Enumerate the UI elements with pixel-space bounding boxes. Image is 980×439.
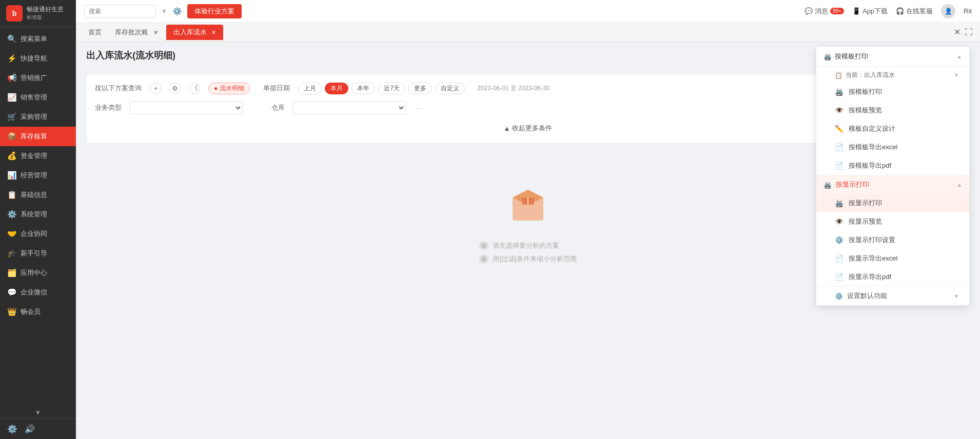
dropdown-header-arrow-up[interactable]: ▲ [957, 54, 962, 59]
online-service-label: 在线客服 [906, 7, 933, 16]
sidebar-item-guide[interactable]: 🎓 新手引导 [0, 244, 76, 263]
current-icon: 📋 [835, 72, 842, 79]
sidebar-item-vip[interactable]: 👑 畅会员 [0, 302, 76, 322]
dropdown-current-label: 当前：出入库流水 [846, 71, 954, 79]
nav-label-basic: 基础信息 [21, 190, 47, 199]
nav-label-search: 搜索菜单 [21, 34, 47, 44]
sidebar-item-basic[interactable]: 📋 基础信息 [0, 185, 76, 205]
display-section-arrow-up[interactable]: ▲ [957, 182, 962, 188]
sidebar-item-sales[interactable]: 📈 销售管理 [0, 88, 76, 107]
dp-label-template_print: 按模板打印 [849, 87, 882, 96]
footer-label: 设置默认功能 [847, 291, 887, 301]
filter-collapse-btn[interactable]: 《 [189, 83, 200, 94]
close-window-btn[interactable]: ✕ [954, 27, 961, 37]
tabbar-right: ✕ ⛶ [954, 27, 973, 37]
dp-item-display_print_settings[interactable]: ⚙️ 按显示打印设置 [816, 231, 969, 249]
app-download-item[interactable]: 📱 App下载 [852, 7, 888, 16]
nav-icon-marketing: 📢 [7, 73, 16, 83]
tab-home[interactable]: 首页 [83, 25, 107, 40]
filter-biz-select-wrap: ▼ [130, 101, 243, 114]
user-avatar[interactable]: 👤 [941, 4, 955, 18]
sidebar-item-marketing[interactable]: 📢 营销推广 [0, 68, 76, 88]
dp-item-display_export_excel[interactable]: 📄 按显示导出excel [816, 249, 969, 268]
sidebar-item-corp[interactable]: 🤝 企业协同 [0, 224, 76, 244]
dropdown-header: 🖨️ 按模板打印 ▲ [816, 47, 969, 67]
display-section-header[interactable]: 🖨️ 按显示打印 ▲ [816, 175, 969, 194]
chip-本月[interactable]: 本月 [325, 83, 348, 94]
tab-batch[interactable]: 库存批次账 ✕ [108, 25, 165, 40]
message-item[interactable]: 💬 消息 99+ [805, 7, 844, 16]
sidebar-item-business[interactable]: 📊 经营管理 [0, 166, 76, 185]
dropdown-footer[interactable]: ⚙️ 设置默认功能 ▼ [816, 287, 969, 305]
filter-search-label: 按以下方案查询 [95, 84, 142, 93]
filter-gear-btn[interactable]: ⚙ [169, 83, 181, 94]
dp-icon-display_export_excel: 📄 [835, 254, 844, 263]
dropdown-chevron-icon[interactable]: ▼ [161, 8, 167, 15]
tabbar: 首页 库存批次账 ✕ 出入库流水 ✕ ✕ ⛶ [76, 23, 980, 42]
expand-window-btn[interactable]: ⛶ [965, 28, 973, 37]
chip-更多[interactable]: 更多 [408, 83, 432, 94]
warehouse-more-icon[interactable]: ··· [416, 104, 422, 112]
current-expand-icon[interactable]: ▼ [954, 72, 959, 78]
dp-item-template_print[interactable]: 🖨️ 按模板打印 [816, 83, 969, 101]
dp-icon-display_preview: 👁️ [835, 217, 844, 226]
chip-上月[interactable]: 上月 [298, 83, 322, 94]
dp-item-template_export_pdf[interactable]: 📄 按模板导出pdf [816, 156, 969, 175]
dp-item-display_print[interactable]: 🖨️ 按显示打印 [816, 194, 969, 212]
sidebar-scroll-down[interactable]: ▼ [0, 407, 76, 418]
dp-item-template_export_excel[interactable]: 📄 按模板导出excel [816, 138, 969, 156]
settings-icon[interactable]: ⚙️ [7, 424, 17, 434]
sidebar-footer: ⚙️ 🔊 [0, 418, 76, 439]
dp-icon-display_export_pdf: 📄 [835, 273, 844, 281]
dp-label-template_export_excel: 按模板导出excel [849, 143, 897, 152]
display-section-label: 按显示打印 [836, 180, 869, 189]
dp-item-display_preview[interactable]: 👁️ 按显示预览 [816, 212, 969, 231]
dropdown-header-label: 按模板打印 [835, 52, 868, 61]
filter-warehouse-select[interactable] [293, 101, 406, 114]
nav-label-appstore: 应用中心 [21, 268, 47, 277]
online-service-item[interactable]: 🎧 在线客服 [896, 7, 933, 16]
dropdown-panel: 🖨️ 按模板打印 ▲ 📋 当前：出入库流水 ▼ 🖨️ 按模板打印 👁️ 按模板预… [816, 46, 970, 306]
tab-flow-close-icon[interactable]: ✕ [211, 29, 216, 35]
nav-icon-inventory: 📦 [7, 132, 16, 141]
sidebar-item-search[interactable]: 🔍 搜索菜单 [0, 29, 76, 49]
dp-label-template_custom: 模板自定义设计 [849, 124, 895, 133]
chip-近7天[interactable]: 近7天 [378, 83, 405, 94]
sidebar-item-finance[interactable]: 💰 资金管理 [0, 146, 76, 166]
nav-icon-basic: 📋 [7, 190, 16, 199]
dp-icon-display_print: 🖨️ [835, 199, 844, 207]
avatar-placeholder: 👤 [945, 8, 952, 15]
chip-自定义[interactable]: 自定义 [435, 83, 465, 94]
tab-flow[interactable]: 出入库流水 ✕ [166, 25, 224, 40]
nav-icon-wechat: 💬 [7, 288, 16, 297]
dp-item-template_custom[interactable]: ✏️ 模板自定义设计 [816, 119, 969, 138]
nav-label-marketing: 营销推广 [21, 73, 47, 83]
filter-chips: 上月本月本年近7天更多自定义 [298, 83, 465, 94]
sidebar-item-inventory[interactable]: 📦 库存核算 [0, 127, 76, 146]
sidebar-item-shortcut[interactable]: ⚡ 快捷导航 [0, 49, 76, 68]
filter-add-btn[interactable]: ＋ [150, 83, 161, 94]
sidebar-item-system[interactable]: ⚙️ 系统管理 [0, 205, 76, 224]
nav-label-wechat: 企业微信 [21, 288, 47, 297]
footer-chevron-down-icon: ▼ [954, 293, 959, 299]
filter-biz-select[interactable] [130, 101, 243, 114]
nav-label-business: 经营管理 [21, 171, 47, 180]
dp-item-template_preview[interactable]: 👁️ 按模板预览 [816, 101, 969, 119]
nav-label-vip: 畅会员 [21, 307, 41, 316]
industry-btn[interactable]: 体验行业方案 [187, 4, 242, 18]
sidebar-item-purchase[interactable]: 🛒 采购管理 [0, 107, 76, 127]
sidebar-item-wechat[interactable]: 💬 企业微信 [0, 283, 76, 302]
search-input[interactable] [84, 5, 156, 18]
settings-icon[interactable]: ⚙️ [172, 7, 182, 16]
message-badge: 99+ [830, 8, 844, 14]
tab-batch-close-icon[interactable]: ✕ [153, 29, 158, 35]
nav-label-finance: 资金管理 [21, 151, 47, 161]
dp-label-template_export_pdf: 按模板导出pdf [849, 161, 891, 170]
sound-icon[interactable]: 🔊 [25, 424, 35, 434]
dp-item-display_export_pdf[interactable]: 📄 按显示导出pdf [816, 268, 969, 286]
sidebar-item-appstore[interactable]: 🗂️ 应用中心 [0, 263, 76, 283]
page-content: 出入库流水(流水明细) 🖨️ 按模板打印 ▲ ↗ 导出 ↺ 刷新 [76, 42, 980, 439]
chip-本年[interactable]: 本年 [351, 83, 375, 94]
dp-label-display_preview: 按显示预览 [849, 217, 882, 226]
nav-label-inventory: 库存核算 [21, 132, 47, 141]
